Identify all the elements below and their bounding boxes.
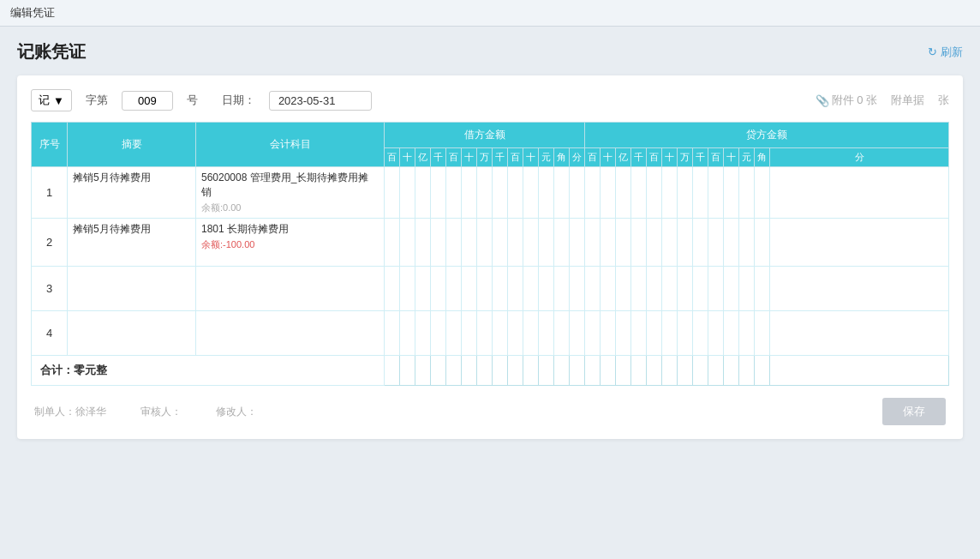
- account-cell[interactable]: [196, 267, 385, 311]
- credit-char-4: 千: [631, 148, 647, 167]
- table-header-row-1: 序号 摘要 会计科目 借方金额 贷方金额: [32, 123, 949, 148]
- col-header-summary: 摘要: [68, 123, 196, 167]
- attach-count-label: 附件 0 张: [832, 93, 877, 108]
- col-header-account: 会计科目: [196, 123, 385, 167]
- col-header-debit: 借方金额: [385, 123, 585, 148]
- creator-label: 制单人：徐泽华: [34, 405, 106, 419]
- account-cell[interactable]: 56020008 管理费用_长期待摊费用摊销 余额:0.00: [196, 167, 385, 219]
- ji-chevron-icon: ▼: [53, 94, 64, 107]
- total-row: 合计：零元整: [32, 356, 949, 386]
- reviewer-label: 审核人：: [140, 405, 182, 419]
- table-row: 2 摊销5月待摊费用 1801 长期待摊费用 余额:-100.00: [32, 219, 949, 267]
- debit-char-5: 百: [446, 148, 462, 167]
- balance-text: 余额:-100.00: [201, 238, 379, 251]
- paperclip-icon: 📎: [816, 94, 829, 107]
- zi-input[interactable]: [122, 91, 173, 111]
- credit-char-10: 十: [724, 148, 739, 167]
- total-label: 合计：零元整: [32, 356, 385, 386]
- summary-cell[interactable]: 摊销5月待摊费用: [68, 219, 196, 267]
- debit-char-10: 十: [523, 148, 539, 167]
- save-button[interactable]: 保存: [882, 398, 946, 425]
- seq-cell: 2: [32, 219, 68, 267]
- debit-char-6: 十: [462, 148, 477, 167]
- ji-value: 记: [39, 93, 50, 108]
- debit-char-13: 分: [570, 148, 585, 167]
- title-bar: 编辑凭证: [0, 0, 980, 27]
- attach-single-label: 附单据: [891, 93, 924, 108]
- seq-cell: 1: [32, 167, 68, 219]
- refresh-icon: ↻: [928, 45, 937, 58]
- col-header-credit: 贷方金额: [585, 123, 949, 148]
- debit-char-12: 角: [554, 148, 570, 167]
- voucher-form-row: 记 ▼ 字第 号 日期： 📎 附件 0 张 附单据 张: [31, 89, 949, 111]
- date-label: 日期：: [222, 93, 255, 108]
- zi-label: 字第: [86, 93, 108, 108]
- footer-info: 制单人：徐泽华 审核人： 修改人：: [34, 405, 257, 419]
- credit-char-13: 分: [770, 148, 949, 167]
- attach-count-link[interactable]: 📎 附件 0 张: [816, 93, 877, 108]
- credit-char-5: 百: [647, 148, 662, 167]
- credit-char-8: 千: [693, 148, 708, 167]
- credit-char-1: 百: [585, 148, 601, 167]
- refresh-label: 刷新: [941, 45, 963, 60]
- credit-char-2: 十: [601, 148, 616, 167]
- debit-char-11: 元: [539, 148, 554, 167]
- page-header: 记账凭证 ↻ 刷新: [17, 40, 963, 63]
- credit-char-11: 元: [739, 148, 755, 167]
- debit-char-9: 百: [508, 148, 523, 167]
- attachments-area: 📎 附件 0 张 附单据 张: [816, 93, 949, 108]
- debit-char-7: 万: [477, 148, 493, 167]
- debit-char-3: 亿: [415, 148, 431, 167]
- debit-char-1: 百: [385, 148, 400, 167]
- table-row: 3: [32, 267, 949, 311]
- balance-text: 余额:0.00: [201, 201, 379, 214]
- table-row: 1 摊销5月待摊费用 56020008 管理费用_长期待摊费用摊销 余额:0.0…: [32, 167, 949, 219]
- date-input[interactable]: [269, 91, 372, 111]
- debit-char-4: 千: [431, 148, 446, 167]
- col-header-seq: 序号: [32, 123, 68, 167]
- hao-label: 号: [187, 93, 198, 108]
- debit-char-2: 十: [400, 148, 415, 167]
- voucher-card: 记 ▼ 字第 号 日期： 📎 附件 0 张 附单据 张: [17, 75, 963, 439]
- title-bar-label: 编辑凭证: [10, 6, 55, 19]
- ji-select-wrap: 记 ▼: [31, 89, 72, 111]
- credit-char-3: 亿: [616, 148, 631, 167]
- summary-cell[interactable]: [68, 311, 196, 356]
- footer-row: 制单人：徐泽华 审核人： 修改人： 保存: [31, 398, 949, 425]
- ji-select[interactable]: 记 ▼: [31, 89, 72, 111]
- credit-char-9: 百: [708, 148, 724, 167]
- seq-cell: 3: [32, 267, 68, 311]
- main-container: 记账凭证 ↻ 刷新 记 ▼ 字第 号 日期： 📎 附件 0 张: [0, 27, 980, 558]
- seq-cell: 4: [32, 311, 68, 356]
- zhang-label: 张: [938, 93, 949, 108]
- credit-char-6: 十: [662, 148, 678, 167]
- account-cell[interactable]: [196, 311, 385, 356]
- account-cell[interactable]: 1801 长期待摊费用 余额:-100.00: [196, 219, 385, 267]
- summary-cell[interactable]: [68, 267, 196, 311]
- credit-char-12: 角: [755, 148, 770, 167]
- summary-cell[interactable]: 摊销5月待摊费用: [68, 167, 196, 219]
- table-row: 4: [32, 311, 949, 356]
- voucher-table: 序号 摘要 会计科目 借方金额 贷方金额 百 十 亿 千 百 十 万: [31, 122, 949, 386]
- page-title: 记账凭证: [17, 40, 86, 63]
- credit-char-7: 万: [678, 148, 693, 167]
- refresh-button[interactable]: ↻ 刷新: [928, 45, 963, 60]
- modifier-label: 修改人：: [216, 405, 257, 419]
- debit-char-8: 千: [493, 148, 508, 167]
- table-container: 序号 摘要 会计科目 借方金额 贷方金额 百 十 亿 千 百 十 万: [31, 122, 949, 386]
